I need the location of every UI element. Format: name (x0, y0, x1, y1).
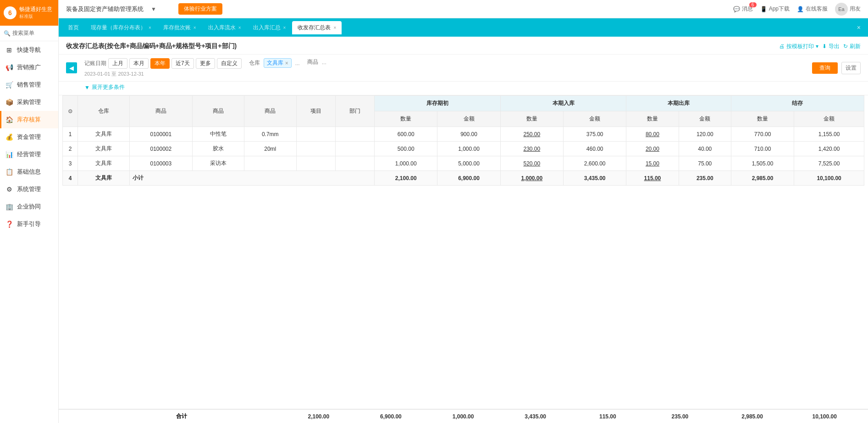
page-header-actions: 🖨 按模板打印 ▾ ⬇ 导出 ↻ 刷新 (779, 43, 861, 50)
tab-close-inout-summary[interactable]: × (283, 25, 286, 30)
sidebar-item-finance[interactable]: 💰 资金管理 (0, 128, 58, 146)
warehouse-filter: 仓库 文具库 × ... (249, 58, 300, 68)
tab-inout-flow[interactable]: 出入库流水 × (203, 21, 247, 34)
out-qty-link[interactable]: 80.00 (646, 131, 659, 137)
sidebar-item-quick-nav[interactable]: ⊞ 快捷导航 (0, 41, 58, 59)
btn-7days[interactable]: 近7天 (171, 58, 194, 69)
page-header: 收发存汇总表(按仓库+商品编码+商品+规格型号+项目+部门) 🖨 按模板打印 ▾… (59, 37, 868, 55)
sidebar-item-base[interactable]: 📋 基础信息 (0, 163, 58, 181)
cell-begin-qty: 2,100.00 (375, 171, 437, 186)
sidebar-search[interactable]: 🔍 搜索菜单 (0, 26, 58, 41)
out-qty-link[interactable]: 15.00 (646, 160, 659, 167)
message-action[interactable]: 💬 消息 6 (733, 5, 753, 13)
table-settings-icon[interactable]: ⚙ (66, 107, 75, 116)
in-qty-link[interactable]: 520.00 (523, 160, 540, 167)
out-qty-link[interactable]: 20.00 (646, 146, 659, 152)
sidebar-item-label: 营销推广 (17, 63, 41, 71)
app-download-action[interactable]: 📱 App下载 (760, 5, 790, 13)
top-header: 装备及固定资产辅助管理系统 ▼ 体验行业方案 💬 消息 6 📱 App下载 👤 … (59, 0, 868, 18)
tab-close-inout-flow[interactable]: × (238, 25, 241, 30)
btn-custom[interactable]: 自定义 (217, 58, 242, 69)
col-out-amt: 金额 (679, 111, 731, 127)
table-body: 1 文具库 0100001 中性笔 0.7mm 600.00 900.00 25… (63, 127, 864, 186)
sidebar-item-label: 基础信息 (17, 168, 41, 176)
warehouse-tag-close[interactable]: × (285, 60, 288, 66)
cell-in-qty: 520.00 (500, 156, 563, 171)
cell-in-amt: 375.00 (564, 127, 626, 142)
print-btn[interactable]: 🖨 按模板打印 ▾ (779, 43, 818, 50)
cell-out-amt: 40.00 (679, 142, 731, 156)
in-qty-link[interactable]: 230.00 (523, 146, 540, 152)
export-icon: ⬇ (822, 43, 827, 49)
tab-batch[interactable]: 库存批次账 × (158, 21, 202, 34)
btn-this-month[interactable]: 本月 (129, 58, 149, 69)
sidebar-item-label: 快捷导航 (17, 46, 41, 54)
query-btn[interactable]: 查询 (812, 62, 838, 74)
logo-icon: 6 (4, 6, 17, 19)
col-begin-amt: 金额 (437, 111, 500, 127)
quick-nav-icon: ⊞ (5, 46, 13, 54)
tab-receive-send[interactable]: 收发存汇总表 × (292, 21, 342, 34)
sidebar-item-marketing[interactable]: 📢 营销推广 (0, 59, 58, 76)
in-qty-link[interactable]: 250.00 (523, 131, 540, 137)
cell-begin-qty: 600.00 (375, 127, 437, 142)
tab-home[interactable]: 首页 (62, 21, 84, 34)
cell-no: 3 (63, 156, 78, 171)
inventory-icon: 🏠 (5, 115, 13, 124)
cell-name: 采访本 (192, 156, 244, 171)
settings-btn[interactable]: 设置 (841, 62, 861, 74)
tab-close-stock-distribution[interactable]: × (149, 25, 151, 30)
col-bal-amt: 金额 (794, 111, 864, 127)
cell-out-qty: 15.00 (626, 156, 679, 171)
cell-code: 0100001 (129, 127, 192, 142)
sidebar-item-business[interactable]: 📊 经营管理 (0, 146, 58, 163)
footer-out-amt: 235.00 (644, 413, 716, 420)
sidebar-item-sales[interactable]: 🛒 销售管理 (0, 76, 58, 93)
col-code: 商品 (129, 96, 192, 127)
sidebar-item-enterprise[interactable]: 🏢 企业协同 (0, 198, 58, 215)
purchase-icon: 📦 (5, 98, 13, 106)
cell-begin-amt: 1,000.00 (437, 142, 500, 156)
business-icon: 📊 (5, 150, 13, 159)
cell-in-qty: 1,000.00 (500, 171, 563, 186)
out-qty-link[interactable]: 115.00 (644, 175, 661, 181)
footer-in-qty: 1,000.00 (427, 413, 499, 420)
refresh-icon: ↻ (843, 43, 848, 49)
export-btn[interactable]: ⬇ 导出 (822, 43, 840, 50)
btn-last-month[interactable]: 上月 (108, 58, 127, 69)
tab-close-batch[interactable]: × (194, 25, 196, 30)
in-qty-link[interactable]: 1,000.00 (521, 175, 542, 181)
cell-name: 中性笔 (192, 127, 244, 142)
warehouse-more[interactable]: ... (295, 60, 300, 66)
tab-stock-distribution[interactable]: 现存量（库存分布表） × (85, 21, 157, 34)
user-action[interactable]: Ea 用友 (835, 3, 861, 16)
group-period-out: 本期出库 (626, 96, 731, 111)
footer-begin-amt: 6,900.00 (355, 413, 427, 420)
online-service-action[interactable]: 👤 在线客服 (797, 5, 828, 13)
search-icon: 🔍 (4, 30, 11, 37)
try-industry-btn[interactable]: 体验行业方案 (178, 3, 222, 15)
col-warehouse: 仓库 (78, 96, 130, 127)
filter-collapse-btn[interactable]: ◀ (66, 62, 77, 73)
expand-filter-btn[interactable]: ▼ 展开更多条件 (84, 83, 861, 91)
sidebar-item-purchase[interactable]: 📦 采购管理 (0, 93, 58, 111)
cell-out-amt: 75.00 (679, 156, 731, 171)
sidebar-item-guide[interactable]: ❓ 新手引导 (0, 215, 58, 233)
tab-bar-close[interactable]: × (853, 24, 864, 31)
refresh-btn[interactable]: ↻ 刷新 (843, 43, 861, 50)
cell-dept (335, 142, 374, 156)
data-table: ⚙ 仓库 商品 商品 商品 项目 部门 库存期初 本期入库 本期出库 结存 (62, 95, 864, 186)
cell-bal-amt: 1,420.00 (794, 142, 864, 156)
btn-more[interactable]: 更多 (196, 58, 215, 69)
table-row: 4 文具库 小计 2,100.00 6,900.00 1,000.00 3,43… (63, 171, 864, 186)
system-dropdown[interactable]: ▼ (151, 6, 156, 12)
footer-bal-qty: 2,985.00 (716, 413, 789, 420)
sidebar-item-system[interactable]: ⚙ 系统管理 (0, 181, 58, 198)
sidebar-item-inventory[interactable]: 🏠 库存核算 (0, 111, 58, 128)
date-filter-group: 记账日期 上月 本月 本年 近7天 更多 自定义 2023-01-01 至 20… (84, 58, 242, 77)
btn-this-year[interactable]: 本年 (150, 58, 170, 69)
tab-close-receive-send[interactable]: × (333, 25, 336, 30)
tab-inout-summary[interactable]: 出入库汇总 × (248, 21, 292, 34)
footer-in-amt: 3,435.00 (499, 413, 572, 420)
goods-more[interactable]: ... (322, 59, 326, 66)
